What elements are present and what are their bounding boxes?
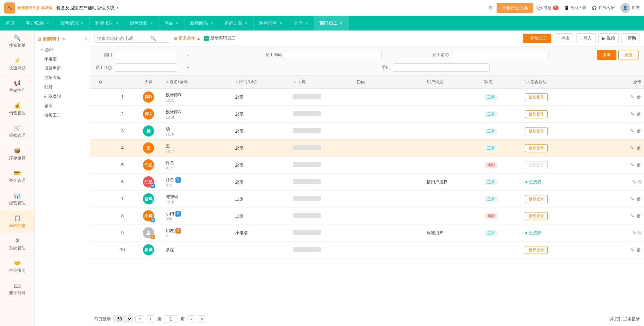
tab-goods[interactable]: 商品 ✕ <box>159 16 184 30</box>
edit-icon[interactable]: ✎ <box>630 162 634 168</box>
tab-new-goods-close[interactable]: ✕ <box>210 21 213 26</box>
sidebar-item-marketing[interactable]: 📢 营销推广 <box>0 76 34 98</box>
sidebar-item-inventory[interactable]: 📦 库存核算 <box>0 143 34 166</box>
auth-button[interactable]: 授权登录 <box>525 110 548 118</box>
auth-button[interactable]: 授权登录 <box>525 212 548 220</box>
edit-icon[interactable]: ✎ <box>630 145 634 151</box>
sidebar-item-purchase[interactable]: 🛒 采购管理 <box>0 121 34 143</box>
sidebar-item-base[interactable]: 📋 基础信息 <box>0 211 34 233</box>
edit-icon[interactable]: ✎ <box>632 230 636 236</box>
auth-button[interactable]: 授权登录 <box>525 127 548 135</box>
resigned-checkbox[interactable]: ✓ <box>204 36 209 41</box>
auth-button[interactable]: 授权登录 <box>525 144 548 152</box>
filter-empcode-input[interactable] <box>285 51 382 59</box>
auth-button[interactable]: 授权登录 <box>525 246 548 254</box>
system-title-arrow[interactable]: ▾ <box>117 6 119 10</box>
auth-button[interactable]: 授权登录 <box>525 195 548 203</box>
dept-node-plant-tree[interactable]: 植树王二 <box>35 111 90 120</box>
dept-node-distribution[interactable]: 配货 <box>35 82 90 92</box>
sidebar-item-mgmt[interactable]: 📊 经营管理 <box>0 188 34 211</box>
export-button[interactable]: ↑ 导出 <box>554 33 573 43</box>
settings-icon[interactable]: ⚙ <box>488 5 493 11</box>
more-filter-button[interactable]: ⊞ 更多条件 ▲ <box>174 35 201 41</box>
sidebar-item-quicknav[interactable]: ⚡ 快速导航 <box>0 53 34 76</box>
view-button[interactable]: ▶ 视频 <box>598 33 619 43</box>
tab-customer[interactable]: 客户联络 ✕ <box>20 16 55 30</box>
sidebar-item-sales[interactable]: 💰 销售管理 <box>0 98 34 121</box>
user-item[interactable]: 👤 用友 <box>620 3 640 13</box>
tab-goods-close[interactable]: ✕ <box>175 21 179 26</box>
delete-icon[interactable]: 🗑 <box>636 247 641 253</box>
filter-dept-select[interactable] <box>115 51 177 59</box>
filter-phone-input[interactable] <box>393 63 490 72</box>
delete-icon[interactable]: 🗑 <box>636 111 641 117</box>
sidebar-item-collab[interactable]: 🤝 企业协同 <box>0 256 34 278</box>
message-item[interactable]: 💬 消息 5 <box>537 5 559 11</box>
search-input-wrap[interactable]: 🔍 <box>94 34 170 43</box>
tab-profit-close[interactable]: ✕ <box>115 21 118 26</box>
copy-icon[interactable]: ⎘ <box>638 179 641 185</box>
app-download-item[interactable]: 📱 App下载 <box>564 5 586 11</box>
tab-barcode-close[interactable]: ✕ <box>245 21 248 26</box>
dept-node-hq[interactable]: 总部 <box>35 101 90 111</box>
trial-button[interactable]: 体验行业方案 <box>497 3 533 13</box>
tab-history[interactable]: 经营历程 ✕ <box>124 16 159 30</box>
auth-button[interactable]: 授权登录 <box>525 161 548 169</box>
edit-icon[interactable]: ✎ <box>632 179 636 185</box>
th-auth-info-icon[interactable]: ⓘ <box>525 80 529 84</box>
delete-icon[interactable]: 🗑 <box>636 162 641 168</box>
dept-node-project-warehouse[interactable]: 项目库房 <box>35 64 90 73</box>
prev-page-button[interactable]: ‹ <box>147 315 154 323</box>
dept-node-shuangmo[interactable]: ▶ 双魔想 <box>35 92 90 101</box>
th-phone[interactable]: ⇅ 手机 <box>290 76 354 89</box>
delete-icon[interactable]: 🗑 <box>636 145 641 151</box>
edit-icon[interactable]: ✎ <box>630 213 634 219</box>
dept-node-small-electric[interactable]: 小电部 <box>35 54 90 64</box>
filter-empname-input[interactable] <box>452 51 549 59</box>
edit-icon[interactable]: ✎ <box>630 94 634 100</box>
tab-warehouse[interactable]: 仓库 ✕ <box>288 16 314 30</box>
query-button[interactable]: 查询 <box>597 50 616 60</box>
tab-warehouse-close[interactable]: ✕ <box>305 21 308 26</box>
th-dept[interactable]: ⇅ 部门/职位 <box>233 76 290 89</box>
dept-edit-icon[interactable]: ✎ <box>62 37 65 42</box>
tab-home[interactable]: 首页 <box>0 16 20 30</box>
th-name[interactable]: ⇅ 姓名/编码 <box>163 76 233 89</box>
dept-node-shenyang[interactable]: 沈阳大库 <box>35 73 90 82</box>
tab-bom[interactable]: 物料清单 ✕ <box>254 16 288 30</box>
tab-department[interactable]: 部门员工 ✕ <box>314 16 348 30</box>
sidebar-item-search[interactable]: 🔍 搜索菜单 <box>0 30 34 53</box>
tab-bom-close[interactable]: ✕ <box>279 21 282 26</box>
sidebar-item-finance[interactable]: 💳 资金管理 <box>0 166 34 188</box>
page-size-select[interactable]: 50 20 100 <box>114 315 133 323</box>
sidebar-item-guide[interactable]: 📖 新手引导 <box>0 278 34 301</box>
auth-button[interactable]: 授权登录 <box>525 93 548 101</box>
delete-icon[interactable]: 🗑 <box>636 94 641 100</box>
tab-operations-close[interactable]: ✕ <box>81 21 84 26</box>
delete-icon[interactable]: 🗑 <box>636 128 641 134</box>
filter-status-select[interactable] <box>115 63 177 72</box>
copy-icon[interactable]: ⎘ <box>638 230 641 236</box>
page-input[interactable] <box>164 315 178 323</box>
last-page-button[interactable]: » <box>198 315 207 323</box>
delete-icon[interactable]: 🗑 <box>636 213 641 219</box>
edit-icon[interactable]: ✎ <box>630 111 634 117</box>
add-employee-button[interactable]: + 新增员工 <box>523 34 551 43</box>
next-page-button[interactable]: › <box>188 315 195 323</box>
first-page-button[interactable]: « <box>135 315 144 323</box>
edit-icon[interactable]: ✎ <box>630 128 634 134</box>
delete-icon[interactable]: 🗑 <box>636 196 641 202</box>
sidebar-item-system[interactable]: ⚙ 系统管理 <box>0 233 34 256</box>
th-gear[interactable]: ⚙ <box>90 76 111 89</box>
tab-department-close[interactable]: ✕ <box>339 21 343 26</box>
show-resigned-toggle[interactable]: ✓ 显示离职员工 <box>204 35 235 41</box>
set-button[interactable]: 设置 <box>618 50 638 60</box>
tab-operations[interactable]: 经营情况 ✕ <box>55 16 90 30</box>
tab-customer-close[interactable]: ✕ <box>46 21 49 26</box>
tab-barcode[interactable]: 条码方案 ✕ <box>219 16 254 30</box>
tab-history-close[interactable]: ✕ <box>150 21 153 26</box>
tab-profit[interactable]: 利润报告 ✕ <box>90 16 124 30</box>
edit-icon[interactable]: ✎ <box>630 196 634 202</box>
help-button[interactable]: | 帮助 <box>622 33 640 43</box>
import-button[interactable]: ↓ 导入 <box>576 33 596 43</box>
